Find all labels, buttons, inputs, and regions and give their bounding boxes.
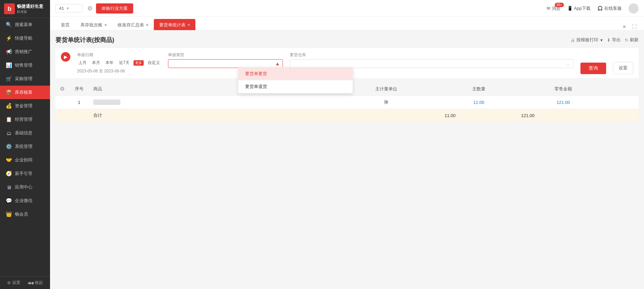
basic-info-icon: 🗂 xyxy=(5,130,12,136)
sidebar-item-system[interactable]: ⚙️ 系统管理 xyxy=(0,140,50,153)
filter-settings-btn[interactable]: 设置 xyxy=(613,62,633,74)
download-icon: 📱 xyxy=(567,6,573,11)
row-amount-cell: 121.00 xyxy=(517,96,609,109)
date-more-badge[interactable]: 更多 xyxy=(134,60,144,66)
sidebar-item-purchase[interactable]: 🛒 采购管理 xyxy=(0,72,50,86)
sidebar-item-finance[interactable]: 💰 资金管理 xyxy=(0,99,50,113)
message-icon: ✉ xyxy=(547,6,550,11)
row-product-cell xyxy=(89,96,332,109)
refresh-btn[interactable]: ↻ 刷新 xyxy=(625,37,639,43)
col-settings: ⚙ xyxy=(55,82,69,96)
sidebar-item-guide[interactable]: 🧭 新手引导 xyxy=(0,167,50,180)
warehouse-more-icon[interactable]: … xyxy=(566,61,571,66)
sidebar-item-wechat[interactable]: 💬 企业微信 xyxy=(0,194,50,207)
page-actions: 🖨 按模板打印 ▾ ⬇ 导出 ↻ 刷新 xyxy=(571,37,639,43)
tab-requisition-stats[interactable]: 要货单统计表 × xyxy=(154,19,195,30)
tab-close-receipt-summary[interactable]: × xyxy=(146,23,148,27)
collapse-footer-icon: ◀◀ xyxy=(27,281,33,285)
operations-icon: 📋 xyxy=(5,116,12,123)
type-chevron-up-icon[interactable]: ▲ xyxy=(275,61,280,66)
messages-btn[interactable]: ✉ 消息 99+ xyxy=(547,5,560,12)
sidebar: b 畅捷通好生意 标准版 🔍 搜索菜单 ⚡ 快捷导航 📢 营销推广 📊 销售管理… xyxy=(0,0,50,289)
table-settings-icon[interactable]: ⚙ xyxy=(60,86,65,92)
tab-inventory-batch[interactable]: 库存批次账 × xyxy=(75,19,112,30)
query-btn[interactable]: 查询 xyxy=(580,63,606,74)
row-spacer-cell xyxy=(610,96,639,109)
sidebar-item-marketing[interactable]: 📢 营销推广 xyxy=(0,45,50,59)
date-btn-last-month[interactable]: 上月 xyxy=(77,59,88,66)
date-filter-group: 单据日期 上月 本月 本年 近7天 更多 自定义 2023-05-06 至 20… xyxy=(77,52,161,74)
warehouse-input[interactable] xyxy=(293,61,566,66)
export-icon: ⬇ xyxy=(607,38,611,43)
sidebar-settings-btn[interactable]: ⚙ 设置 xyxy=(7,280,20,286)
logo-sub: 标准版 xyxy=(17,9,43,14)
quick-nav-icon: ⚡ xyxy=(5,35,12,42)
tabs-bar: 首页 库存批次账 × 收发存汇总表 × 要货单统计表 × ✕ ⛶ xyxy=(50,17,644,30)
date-btn-custom[interactable]: 自定义 xyxy=(146,59,161,66)
row-unit-cell: 块 xyxy=(332,96,440,109)
table-footer-row: 合计 11.00 121.00 xyxy=(55,109,639,122)
member-icon: 👑 xyxy=(5,211,12,218)
sidebar-item-enterprise[interactable]: 🤝 企业协同 xyxy=(0,153,50,167)
user-avatar[interactable] xyxy=(628,3,639,14)
warehouse-filter-label: 要货仓库 xyxy=(290,52,574,58)
topbar-gear-icon[interactable]: ⚙ xyxy=(87,5,93,12)
col-index: 序号 xyxy=(69,82,89,96)
sidebar-collapse-btn[interactable]: ◀◀ 收起 xyxy=(27,280,43,286)
date-filter-label: 单据日期 xyxy=(77,52,161,58)
tab-expand-btn[interactable]: ⛶ xyxy=(630,23,639,30)
tab-close-requisition-stats[interactable]: × xyxy=(188,23,190,27)
page-title-bar: 要货单统计表(按商品) 🖨 按模板打印 ▾ ⬇ 导出 ↻ 刷新 xyxy=(55,36,639,44)
sidebar-item-app-center[interactable]: 🖥 应用中心 xyxy=(0,180,50,194)
filter-toggle-btn[interactable]: ▶ xyxy=(61,52,70,62)
type-filter-group: 单据类型 ▲ xyxy=(168,52,283,68)
sidebar-item-sales[interactable]: 📊 销售管理 xyxy=(0,59,50,72)
export-btn[interactable]: ⬇ 导出 xyxy=(607,37,621,43)
app-center-icon: 🖥 xyxy=(5,184,12,191)
date-btn-last-7[interactable]: 近7天 xyxy=(118,59,131,66)
topbar-right: ✉ 消息 99+ 📱 App下载 🎧 在线客服 xyxy=(547,3,639,14)
tab-home[interactable]: 首页 xyxy=(55,19,75,30)
online-service-btn[interactable]: 🎧 在线客服 xyxy=(597,5,622,12)
type-input[interactable] xyxy=(171,61,275,66)
app-download-btn[interactable]: 📱 App下载 xyxy=(567,5,591,12)
col-spacer xyxy=(610,82,639,96)
tab-receipt-summary[interactable]: 收发存汇总表 × xyxy=(112,19,154,30)
date-btn-this-year[interactable]: 本年 xyxy=(104,59,115,66)
footer-empty-1 xyxy=(55,109,69,122)
sidebar-item-search[interactable]: 🔍 搜索菜单 xyxy=(0,18,50,31)
dropdown-item-requisition-return[interactable]: 要货单退货 xyxy=(238,80,353,93)
sidebar-item-operations[interactable]: 📋 经营管理 xyxy=(0,113,50,126)
sales-icon: 📊 xyxy=(5,62,12,69)
tabs-actions: ✕ ⛶ xyxy=(620,23,639,30)
footer-total-quantity: 11.00 xyxy=(440,109,517,122)
topbar-left: 41 ▾ ⚙ 体验行业方案 xyxy=(55,3,133,14)
tab-close-all-btn[interactable]: ✕ xyxy=(620,23,628,30)
wechat-icon: 💬 xyxy=(5,197,12,204)
print-chevron-icon: ▾ xyxy=(600,38,603,43)
main-content: 41 ▾ ⚙ 体验行业方案 ✉ 消息 99+ 📱 App下载 🎧 在线客服 xyxy=(50,0,644,289)
sidebar-footer: ⚙ 设置 ◀◀ 收起 xyxy=(0,276,50,289)
sidebar-item-quick-nav[interactable]: ⚡ 快捷导航 xyxy=(0,31,50,45)
tab-close-inventory-batch[interactable]: × xyxy=(104,23,107,27)
finance-icon: 💰 xyxy=(5,103,12,109)
row-index-cell: 1 xyxy=(69,96,89,109)
sidebar-item-inventory[interactable]: 📦 库存核算 xyxy=(0,86,50,99)
purchase-icon: 🛒 xyxy=(5,75,12,82)
topbar-dropdown[interactable]: 41 ▾ xyxy=(55,4,82,13)
print-btn[interactable]: 🖨 按模板打印 ▾ xyxy=(571,37,603,43)
enterprise-icon: 🤝 xyxy=(5,157,12,163)
refresh-icon: ↻ xyxy=(625,38,628,43)
trial-btn[interactable]: 体验行业方案 xyxy=(96,3,133,14)
date-options: 上月 本月 本年 近7天 更多 自定义 xyxy=(77,59,161,66)
settings-footer-icon: ⚙ xyxy=(7,281,11,285)
warehouse-filter-group: 要货仓库 … xyxy=(290,52,574,68)
sidebar-item-member[interactable]: 👑 畅会员 xyxy=(0,207,50,221)
dropdown-item-requisition-order[interactable]: 要货单要货 xyxy=(238,67,353,80)
sidebar-item-basic-info[interactable]: 🗂 基础信息 xyxy=(0,126,50,140)
footer-total-label: 合计 xyxy=(89,109,332,122)
inventory-icon: 📦 xyxy=(5,89,12,96)
col-amount: 零售金额 xyxy=(517,82,609,96)
date-btn-this-month[interactable]: 本月 xyxy=(91,59,101,66)
topbar: 41 ▾ ⚙ 体验行业方案 ✉ 消息 99+ 📱 App下载 🎧 在线客服 xyxy=(50,0,644,17)
